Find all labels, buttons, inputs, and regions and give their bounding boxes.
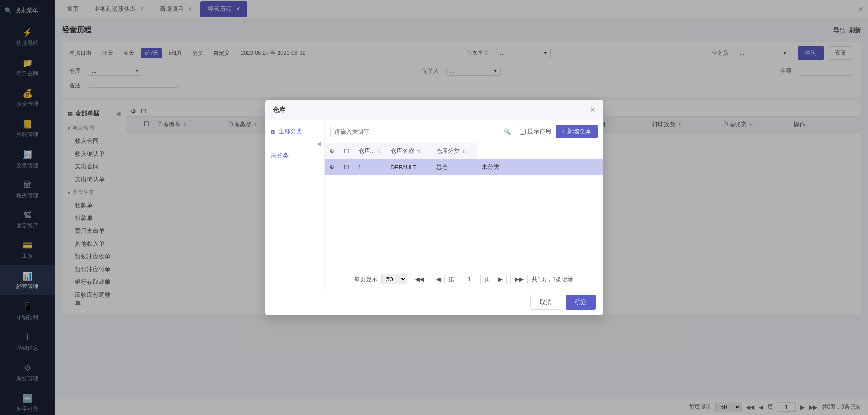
sort-icon-modal-3[interactable]: ⇅ xyxy=(463,149,466,154)
modal-body: ⊞ 全部分类 ◀ 未分类 🔍 xyxy=(265,120,603,289)
modal-col-id-header: 仓库... ⇅ xyxy=(354,143,386,159)
modal-col-check[interactable]: ☐ xyxy=(339,143,354,159)
modal-pagination: 每页显示 50 100 ◀◀ ◀ 第 页 ▶ ▶▶ 共1页，1条记录 xyxy=(325,269,603,289)
modal-right-panel: 🔍 显示停用 + 新增仓库 ⚙ ☐ xyxy=(325,120,603,289)
modal-all-categories[interactable]: ⊞ 全部分类 xyxy=(265,125,324,138)
modal-page-input[interactable] xyxy=(458,274,481,284)
modal-table-row-1[interactable]: ⚙ ☑ 1 DEFAULT 总仓 未分类 xyxy=(325,159,603,175)
modal-overlay[interactable]: 仓库 ✕ ⊞ 全部分类 ◀ 未分类 xyxy=(0,0,868,415)
modal-last-page-btn[interactable]: ▶▶ xyxy=(510,274,528,284)
modal-row1-name: 总仓 xyxy=(431,159,477,175)
modal-table: ⚙ ☐ 仓库... ⇅ 仓库名称 ⇅ xyxy=(325,143,603,269)
modal-col-code-header: 仓库名称 ⇅ xyxy=(386,143,431,159)
grid-icon2: ⊞ xyxy=(271,128,276,135)
modal-col-settings: ⚙ xyxy=(325,143,339,159)
modal-title: 仓库 xyxy=(273,106,285,114)
modal-footer: 取消 确定 xyxy=(265,289,603,315)
modal-per-page-label: 每页显示 xyxy=(354,275,378,284)
modal-search-box[interactable]: 🔍 xyxy=(330,126,516,137)
modal-left-collapse-btn[interactable]: ◀ xyxy=(265,138,324,149)
modal-prev-page-btn[interactable]: ◀ xyxy=(432,274,445,284)
modal-confirm-button[interactable]: 确定 xyxy=(566,295,596,310)
sort-icon-modal-1[interactable]: ⇅ xyxy=(378,149,381,154)
modal-cancel-button[interactable]: 取消 xyxy=(530,295,561,310)
modal-col-cat-header: 仓库分类 ⇅ xyxy=(431,143,477,159)
modal-header: 仓库 ✕ xyxy=(265,100,603,120)
modal-add-button[interactable]: + 新增仓库 xyxy=(556,125,597,138)
modal-first-page-btn[interactable]: ◀◀ xyxy=(411,274,428,284)
modal-row1-check[interactable]: ☑ xyxy=(339,159,354,175)
modal-table-header-row: ⚙ ☐ 仓库... ⇅ 仓库名称 ⇅ xyxy=(325,143,603,159)
modal-search-input[interactable] xyxy=(334,128,501,135)
modal-row1-category: 未分类 xyxy=(477,159,603,175)
modal-total-text: 共1页，1条记录 xyxy=(531,275,573,284)
modal-left-panel: ⊞ 全部分类 ◀ 未分类 xyxy=(265,120,325,289)
modal-toolbar: 🔍 显示停用 + 新增仓库 xyxy=(325,120,603,143)
modal-row1-settings[interactable]: ⚙ xyxy=(325,159,339,175)
warehouse-modal: 仓库 ✕ ⊞ 全部分类 ◀ 未分类 xyxy=(265,100,603,315)
modal-left-item-uncategorized[interactable]: 未分类 xyxy=(265,149,324,163)
modal-row1-code: DEFAULT xyxy=(386,159,431,175)
collapse-left-icon: ◀ xyxy=(317,140,321,147)
modal-close-button[interactable]: ✕ xyxy=(590,105,596,114)
modal-search-icon[interactable]: 🔍 xyxy=(504,128,511,135)
modal-show-disabled[interactable]: 显示停用 xyxy=(520,127,551,136)
modal-page-size-select[interactable]: 50 100 xyxy=(381,274,407,284)
modal-page-suffix: 页 xyxy=(484,275,490,284)
sort-icon-modal-2[interactable]: ⇅ xyxy=(417,149,421,154)
modal-next-page-btn[interactable]: ▶ xyxy=(494,274,507,284)
show-disabled-checkbox[interactable] xyxy=(520,129,526,135)
modal-row1-id: 1 xyxy=(354,159,386,175)
modal-page-label: 第 xyxy=(448,275,454,284)
